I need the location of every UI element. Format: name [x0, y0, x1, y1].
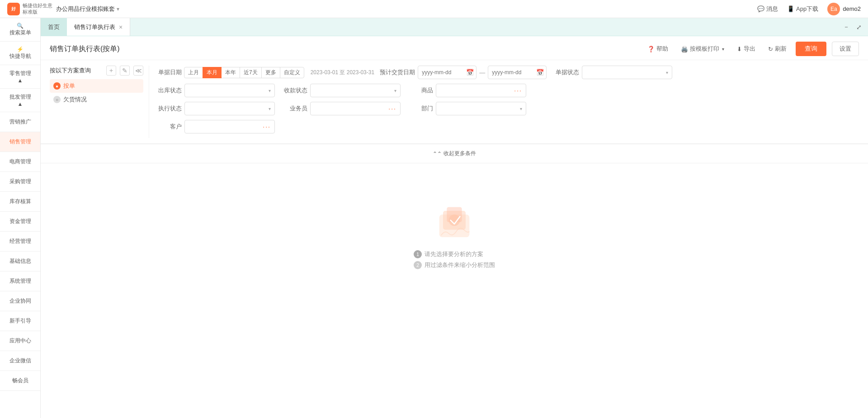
date-tabs: 上月 本月 本年 近7天 更多 自定义	[184, 67, 304, 78]
salesperson-select[interactable]: ···	[310, 102, 401, 115]
add-plan-button[interactable]: ＋	[106, 66, 116, 76]
date-tab-custom[interactable]: 自定义	[280, 67, 304, 78]
collapse-plan-button[interactable]: ≪	[133, 66, 143, 76]
date-tab-more[interactable]: 更多	[261, 67, 280, 78]
sidebar: 🔍 搜索菜单 ⚡ 快捷导航 零售管理 ▲ 批发管理 ▲ 营销推广 销售管理 电商…	[0, 18, 41, 418]
filter-group-exec-status: 执行状态 ▾	[155, 102, 275, 115]
logo-area: 好 畅捷信好生意 标准版	[7, 3, 52, 15]
template-print-button[interactable]: 🖨️ 按模板打印 ▾	[677, 43, 728, 55]
date-tab-last-month[interactable]: 上月	[184, 67, 203, 78]
out-status-arrow-icon: ▾	[269, 88, 271, 93]
breadcrumb[interactable]: 办公用品行业模拟账套 ▾	[56, 5, 119, 13]
tab-bar-right: － ⤢	[841, 22, 868, 33]
empty-state: 1 请先选择要分析的方案 2 用过滤条件来缩小分析范围	[41, 163, 868, 305]
content-area: 首页 销售订单执行表 × － ⤢ 销售订单执行表(按单) ❓	[41, 18, 868, 418]
sidebar-item-app-center[interactable]: 应用中心	[0, 331, 40, 351]
plan-item-shortage[interactable]: ○ 欠货情况	[50, 93, 143, 106]
status-label: 单据状态	[552, 68, 579, 76]
sidebar-item-ecommerce[interactable]: 电商管理	[0, 152, 40, 172]
expected-date-label: 预计交货日期	[380, 68, 415, 76]
date-tab-7days[interactable]: 近7天	[240, 67, 262, 78]
filter-group-payment-status: 收款状态 ▾	[280, 84, 401, 97]
refresh-button[interactable]: ↻ 刷新	[764, 43, 790, 55]
filter-panel: 按以下方案查询 ＋ ✎ ≪ ● 按单 ○	[41, 60, 868, 144]
sidebar-item-wholesale[interactable]: 批发管理 ▲	[0, 89, 40, 112]
filter-group-out-status: 出库状态 ▾	[155, 84, 275, 97]
print-arrow-icon: ▾	[722, 47, 724, 52]
collapse-bar: ⌃⌃ 收起更多条件	[41, 144, 868, 163]
tab-home[interactable]: 首页	[41, 18, 67, 36]
sidebar-item-search-menu[interactable]: 🔍 搜索菜单	[0, 18, 40, 42]
tab-maximize-button[interactable]: ⤢	[854, 22, 864, 33]
status-select[interactable]: ▾	[582, 66, 672, 79]
filter-group-product: 商品 ···	[406, 84, 526, 97]
date-tab-this-month[interactable]: 本月	[203, 67, 222, 78]
query-button[interactable]: 查询	[796, 42, 826, 56]
help-button[interactable]: ❓ 帮助	[644, 43, 672, 55]
expected-date-start-wrap: 📅	[418, 66, 476, 79]
payment-status-label: 收款状态	[280, 86, 307, 95]
print-icon: 🖨️	[681, 46, 688, 52]
sidebar-item-cooperation[interactable]: 企业协同	[0, 291, 40, 311]
plan-dot-active: ●	[53, 82, 61, 90]
date-tab-this-year[interactable]: 本年	[221, 67, 240, 78]
sidebar-item-finance[interactable]: 资金管理	[0, 212, 40, 232]
tab-minimize-button[interactable]: －	[841, 22, 852, 33]
sidebar-item-enterprise-wechat[interactable]: 企业微信	[0, 351, 40, 371]
header-right: 💬 消息 📱 App下载 Ea demo2	[757, 3, 861, 15]
message-button[interactable]: 💬 消息	[757, 5, 778, 13]
edit-plan-button[interactable]: ✎	[120, 66, 130, 76]
sidebar-item-sales[interactable]: 销售管理	[0, 132, 40, 152]
payment-status-arrow-icon: ▾	[394, 88, 396, 93]
sidebar-item-quick-nav[interactable]: ⚡ 快捷导航	[0, 42, 40, 65]
sidebar-item-retail[interactable]: 零售管理 ▲	[0, 65, 40, 89]
export-button[interactable]: ⬇ 导出	[733, 43, 759, 55]
tab-sales-order[interactable]: 销售订单执行表 ×	[67, 18, 130, 36]
salesperson-select-ellipsis[interactable]: ···	[388, 105, 396, 112]
message-icon: 💬	[757, 5, 764, 12]
sidebar-item-onboarding[interactable]: 新手引导	[0, 311, 40, 331]
exec-status-label: 执行状态	[155, 104, 182, 113]
dept-arrow-icon: ▾	[520, 106, 522, 111]
product-select-ellipsis[interactable]: ···	[514, 87, 522, 94]
customer-select[interactable]: ···	[184, 120, 275, 133]
page-header: 销售订单执行表(按单) ❓ 帮助 🖨️ 按模板打印 ▾ ⬇	[41, 36, 868, 60]
page-inner: 销售订单执行表(按单) ❓ 帮助 🖨️ 按模板打印 ▾ ⬇	[41, 36, 868, 418]
exec-status-select[interactable]: ▾	[184, 102, 275, 115]
payment-status-select[interactable]: ▾	[310, 84, 401, 97]
page-content: 销售订单执行表(按单) ❓ 帮助 🖨️ 按模板打印 ▾ ⬇	[41, 36, 868, 418]
plan-item-order[interactable]: ● 按单	[50, 79, 143, 93]
filter-group-date: 单据日期 上月 本月 本年 近7天 更多 自定义 2023-03-01 至 20…	[155, 67, 374, 78]
tip-num-1: 1	[414, 250, 422, 258]
calendar-end-icon[interactable]: 📅	[536, 69, 544, 76]
sidebar-item-member[interactable]: 畅会员	[0, 371, 40, 391]
dept-select[interactable]: ▾	[436, 102, 526, 115]
sidebar-item-base-info[interactable]: 基础信息	[0, 252, 40, 271]
customer-select-ellipsis[interactable]: ···	[263, 123, 271, 130]
user-menu[interactable]: Ea demo2	[827, 3, 861, 15]
sidebar-item-marketing[interactable]: 营销推广	[0, 112, 40, 132]
main-layout: 🔍 搜索菜单 ⚡ 快捷导航 零售管理 ▲ 批发管理 ▲ 营销推广 销售管理 电商…	[0, 18, 868, 418]
page-header-actions: ❓ 帮助 🖨️ 按模板打印 ▾ ⬇ 导出 ↻	[644, 42, 859, 56]
collapse-up-icon: ⌃⌃	[433, 151, 442, 157]
empty-illustration	[432, 200, 477, 245]
search-menu-icon: 🔍	[17, 23, 24, 29]
app-download-button[interactable]: 📱 App下载	[787, 5, 818, 13]
sidebar-item-operations[interactable]: 经营管理	[0, 232, 40, 252]
help-icon: ❓	[647, 46, 655, 52]
tab-close-icon[interactable]: ×	[119, 24, 123, 30]
sidebar-item-inventory[interactable]: 库存核算	[0, 192, 40, 212]
empty-tip-2: 2 用过滤条件来缩小分析范围	[414, 261, 495, 269]
product-select[interactable]: ···	[436, 84, 526, 97]
sidebar-item-system[interactable]: 系统管理	[0, 271, 40, 291]
out-status-select[interactable]: ▾	[184, 84, 275, 97]
calendar-start-icon[interactable]: 📅	[466, 69, 474, 76]
filter-plan-title: 按以下方案查询 ＋ ✎ ≪	[50, 66, 143, 76]
settings-button[interactable]: 设置	[832, 42, 859, 56]
collapse-button[interactable]: ⌃⌃ 收起更多条件	[43, 147, 865, 160]
date-range-display: 2023-03-01 至 2023-03-31	[311, 69, 374, 76]
sidebar-item-purchase[interactable]: 采购管理	[0, 172, 40, 192]
filter-group-salesperson: 业务员 ···	[280, 102, 401, 115]
expected-date-end-wrap: 📅	[488, 66, 547, 79]
filter-plan-area: 按以下方案查询 ＋ ✎ ≪ ● 按单 ○	[50, 66, 149, 138]
